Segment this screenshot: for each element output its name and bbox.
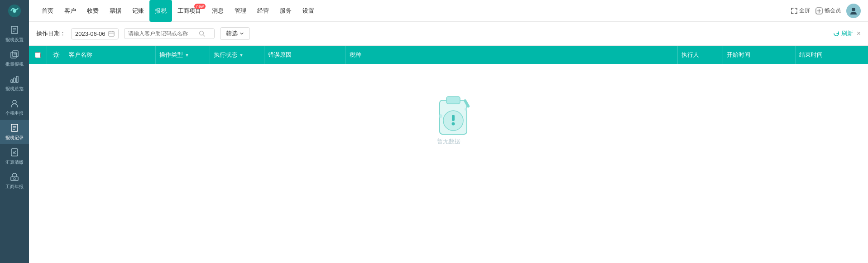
calendar-icon (108, 30, 115, 37)
svg-rect-34 (452, 115, 455, 121)
nav-services[interactable]: 服务 (274, 0, 297, 22)
sidebar-item-piliang-baoshui-label: 批量报税 (5, 62, 24, 67)
huisuan-jiaona-icon (10, 148, 19, 158)
svg-rect-11 (14, 78, 15, 83)
nav-customer-label: 客户 (64, 7, 76, 15)
fullscreen-button[interactable]: 全屏 (791, 7, 810, 15)
piliang-baoshui-icon (10, 50, 19, 60)
sort-exec-status-icon: ▼ (239, 53, 244, 58)
nav-settings[interactable]: 设置 (297, 0, 320, 22)
sidebar-item-baoshui-shezhi[interactable]: 报税设置 (0, 22, 29, 46)
sidebar-item-piliang-baoshui[interactable]: 批量报税 (0, 46, 29, 71)
table-area: 客户名称 操作类型 ▼ 执行状态 ▼ 错误原因 税种 执行人 (29, 46, 868, 263)
svg-point-37 (465, 108, 467, 111)
date-value: 2023-06-06 (75, 30, 106, 37)
sidebar-item-baoshui-jilu-label: 报税记录 (5, 135, 24, 141)
topnav-right: 全屏 畅会员 (791, 4, 861, 18)
toolbar-right: 刷新 × (833, 29, 861, 38)
fullscreen-icon (791, 8, 797, 14)
svg-rect-32 (446, 97, 460, 104)
gongshang-nianbao-icon (10, 172, 19, 183)
empty-icon (431, 91, 467, 132)
th-exec-status[interactable]: 执行状态 ▼ (210, 46, 264, 64)
top-navigation: 首页 客户 收费 票据 记账 报税 工商项目 new 消息 管理 经营 (29, 0, 868, 22)
th-start-time: 开始时间 (723, 46, 796, 64)
geshui-shenbao-icon (10, 99, 19, 109)
nav-industry[interactable]: 工商项目 new (172, 0, 206, 22)
nav-customer[interactable]: 客户 (59, 0, 82, 22)
svg-rect-20 (11, 177, 18, 180)
sidebar-item-geshui-shenbao[interactable]: 个税申报 (0, 95, 29, 120)
th-settings[interactable] (47, 46, 65, 64)
refresh-button[interactable]: 刷新 (833, 29, 853, 38)
close-button[interactable]: × (857, 29, 861, 38)
filter-button[interactable]: 筛选 (220, 27, 250, 40)
sidebar-item-huisuan-jiaona[interactable]: 汇算清缴 (0, 144, 29, 169)
th-end-time: 结束时间 (796, 46, 868, 64)
user-avatar[interactable] (846, 4, 861, 18)
th-customer-name: 客户名称 (65, 46, 156, 64)
svg-point-35 (451, 122, 455, 126)
th-operation-type[interactable]: 操作类型 ▼ (156, 46, 210, 64)
th-customer-name-label: 客户名称 (69, 51, 92, 59)
nav-industry-badge: new (194, 4, 206, 9)
nav-messages-label: 消息 (212, 7, 224, 15)
svg-rect-12 (16, 76, 18, 83)
nav-homepage[interactable]: 首页 (36, 0, 59, 22)
svg-point-1 (13, 9, 16, 13)
member-icon (815, 7, 823, 15)
nav-homepage-label: 首页 (42, 7, 53, 15)
nav-billing[interactable]: 收费 (82, 0, 104, 22)
svg-rect-24 (109, 31, 114, 36)
nav-management-label: 管理 (235, 7, 246, 15)
sidebar-item-baoshui-zonlan-label: 报税总览 (5, 86, 24, 92)
refresh-label: 刷新 (841, 29, 853, 38)
svg-point-13 (13, 100, 16, 104)
sidebar-item-baoshui-zonlan[interactable]: 报税总览 (0, 71, 29, 95)
th-end-time-label: 结束时间 (799, 51, 823, 59)
refresh-icon (833, 30, 839, 37)
nav-invoice[interactable]: 票据 (104, 0, 127, 22)
member-label: 畅会员 (825, 7, 841, 15)
filter-label: 筛选 (226, 29, 238, 38)
sort-operation-type-icon: ▼ (185, 53, 189, 58)
search-icon (199, 30, 205, 37)
sidebar-item-gongshang-nianbao[interactable]: 工商年报 (0, 169, 29, 193)
th-checkbox[interactable] (29, 46, 47, 64)
search-box[interactable] (124, 28, 215, 39)
search-input[interactable] (128, 30, 196, 37)
nav-operations[interactable]: 经营 (252, 0, 274, 22)
member-button[interactable]: 畅会员 (815, 7, 841, 15)
svg-rect-10 (11, 80, 13, 83)
svg-line-29 (203, 35, 205, 37)
select-all-checkbox[interactable] (35, 52, 41, 58)
nav-management[interactable]: 管理 (229, 0, 252, 22)
nav-settings-label: 设置 (302, 7, 314, 15)
th-start-time-label: 开始时间 (727, 51, 750, 59)
th-operation-type-label: 操作类型 (159, 51, 183, 59)
svg-rect-21 (14, 178, 15, 180)
nav-bookkeeping[interactable]: 记账 (127, 0, 149, 22)
date-picker[interactable]: 2023-06-06 (71, 28, 119, 39)
content-area: 操作日期： 2023-06-06 筛选 (29, 22, 868, 263)
sidebar-item-gongshang-nianbao-label: 工商年报 (5, 184, 24, 190)
sidebar-item-baoshui-shezhi-label: 报税设置 (5, 37, 24, 43)
svg-point-36 (439, 114, 442, 118)
fullscreen-label: 全屏 (799, 7, 810, 15)
th-exec-status-label: 执行状态 (214, 51, 237, 59)
nav-tax[interactable]: 报税 (149, 0, 172, 22)
chevron-down-icon (240, 31, 244, 36)
logo[interactable] (0, 0, 29, 22)
th-error-reason-label: 错误原因 (268, 51, 292, 59)
sidebar-item-baoshui-jilu[interactable]: 报税记录 (0, 120, 29, 144)
th-tax-type: 税种 (346, 46, 678, 64)
th-error-reason: 错误原因 (264, 46, 346, 64)
toolbar: 操作日期： 2023-06-06 筛选 (29, 22, 868, 46)
nav-messages[interactable]: 消息 (206, 0, 229, 22)
nav-invoice-label: 票据 (110, 7, 121, 15)
sidebar-item-geshui-shenbao-label: 个税申报 (5, 111, 24, 116)
th-tax-type-label: 税种 (350, 51, 361, 59)
nav-operations-label: 经营 (257, 7, 269, 15)
sidebar-item-huisuan-jiaona-label: 汇算清缴 (5, 160, 24, 165)
nav-bookkeeping-label: 记账 (132, 7, 144, 15)
